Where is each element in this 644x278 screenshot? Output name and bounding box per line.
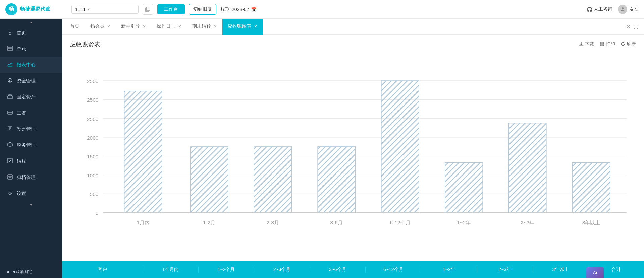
- table-header: 客户 1个月内 1~2个月 2~3个月 3~6个月 6~12个月 1~2年 2~…: [62, 261, 644, 278]
- tab-close-icon[interactable]: ✕: [143, 24, 146, 29]
- sidebar-item-label: 总账: [17, 46, 26, 52]
- tab-oplog[interactable]: 操作日志 ✕: [151, 19, 187, 35]
- settings-icon: ⚙: [7, 190, 13, 197]
- tax-icon: [7, 142, 13, 149]
- sidebar-item-assets[interactable]: 固定资产: [0, 89, 62, 105]
- sidebar-item-label: 税务管理: [17, 142, 36, 148]
- tab-guide[interactable]: 新手引导 ✕: [116, 19, 151, 35]
- svg-text:1月内: 1月内: [137, 220, 150, 225]
- funds-icon: $: [7, 78, 13, 84]
- tab-label: 新手引导: [121, 23, 140, 29]
- page-actions: 下载 打印 刷新: [579, 41, 636, 47]
- print-button[interactable]: 打印: [600, 41, 615, 47]
- logo-area: 畅 畅捷通易代账: [5, 3, 67, 15]
- svg-point-2: [622, 7, 624, 9]
- download-label: 下载: [585, 41, 594, 47]
- print-icon: [600, 42, 604, 47]
- tab-label: 操作日志: [157, 23, 175, 29]
- archive-icon: [7, 174, 13, 181]
- svg-rect-43: [190, 147, 228, 213]
- sidebar-item-label: 设置: [17, 191, 26, 197]
- calendar-icon[interactable]: 📅: [251, 7, 257, 12]
- workbench-button[interactable]: 工作台: [157, 4, 185, 14]
- svg-text:2~3年: 2~3年: [521, 220, 534, 225]
- svg-rect-47: [445, 163, 483, 213]
- ai-badge[interactable]: Ai: [586, 267, 604, 278]
- consult-label: 人工咨询: [594, 6, 612, 12]
- sidebar-item-label: 工资: [17, 110, 26, 116]
- close-all-icon[interactable]: ✕: [626, 23, 631, 30]
- download-button[interactable]: 下载: [579, 41, 594, 47]
- tab-member[interactable]: 畅会员 ✕: [85, 19, 116, 35]
- invoice-icon: [7, 126, 13, 133]
- sidebar-item-tax[interactable]: 税务管理: [0, 137, 62, 153]
- period-area: 账期 2023-02 📅: [220, 6, 257, 12]
- consult-button[interactable]: 🎧 人工咨询: [587, 6, 612, 12]
- table-col-1-2m: 1~2个月: [199, 267, 254, 273]
- sidebar-item-checkout[interactable]: 结账: [0, 153, 62, 169]
- tab-home[interactable]: 首页: [65, 19, 85, 35]
- refresh-icon: [621, 42, 625, 47]
- tab-aging[interactable]: 应收账龄表 ✕: [222, 19, 263, 35]
- pin-icon: ◄: [5, 269, 10, 274]
- sidebar-item-label: 固定资产: [17, 94, 36, 100]
- table-col-3y-plus: 3年以上: [533, 267, 589, 273]
- sidebar-item-label: 归档管理: [17, 175, 36, 181]
- tab-label: 应收账龄表: [228, 23, 251, 29]
- sidebar-item-settings[interactable]: ⚙ 设置: [0, 186, 62, 201]
- svg-rect-19: [8, 175, 12, 176]
- sidebar-item-label: 资金管理: [17, 78, 36, 84]
- company-name: 1111: [75, 7, 86, 12]
- old-version-button[interactable]: 切到旧版: [189, 4, 216, 15]
- svg-rect-48: [508, 123, 546, 213]
- header-right: 🎧 人工咨询 友友: [587, 5, 639, 14]
- tab-close-icon[interactable]: ✕: [214, 24, 217, 29]
- sidebar-scroll-up[interactable]: ▲: [0, 19, 62, 25]
- svg-rect-1: [147, 7, 150, 11]
- avatar: [618, 5, 627, 14]
- expand-icon[interactable]: ⛶: [633, 24, 639, 30]
- sidebar-item-salary[interactable]: 工资: [0, 105, 62, 121]
- logo-text: 畅捷通易代账: [20, 6, 50, 12]
- table-col-2-3y: 2~3年: [477, 267, 533, 273]
- tab-close-icon[interactable]: ✕: [254, 24, 257, 29]
- svg-rect-10: [8, 96, 12, 99]
- svg-rect-11: [8, 111, 12, 114]
- svg-marker-17: [8, 142, 12, 147]
- sidebar-item-label: 首页: [17, 30, 26, 36]
- user-area[interactable]: 友友: [618, 5, 639, 14]
- sidebar-item-funds[interactable]: $ 资金管理: [0, 73, 62, 89]
- content-area: 首页 畅会员 ✕ 新手引导 ✕ 操作日志 ✕ 期末结转 ✕ 应收账龄表 ✕: [62, 19, 644, 278]
- sidebar-scroll-down[interactable]: ▼: [0, 201, 62, 208]
- svg-text:2500: 2500: [87, 97, 98, 103]
- company-selector[interactable]: 1111 ▾: [71, 5, 139, 14]
- svg-text:3年以上: 3年以上: [582, 220, 600, 225]
- logo-icon: 畅: [5, 3, 17, 15]
- period-value: 2023-02: [232, 7, 249, 12]
- home-icon: ⌂: [7, 30, 13, 36]
- top-header: 畅 畅捷通易代账 1111 ▾ 工作台 切到旧版 账期 2023-02 📅 🎧 …: [0, 0, 644, 19]
- cancel-fixed-button[interactable]: ◄ ◄取消固定: [0, 266, 62, 278]
- svg-text:2000: 2000: [87, 135, 98, 141]
- tab-bar: 首页 畅会员 ✕ 新手引导 ✕ 操作日志 ✕ 期末结转 ✕ 应收账龄表 ✕: [62, 19, 644, 35]
- svg-rect-44: [254, 147, 291, 213]
- sidebar-item-archive[interactable]: 归档管理: [0, 169, 62, 186]
- download-icon: [579, 42, 584, 47]
- svg-text:2500: 2500: [87, 116, 98, 122]
- cancel-fixed-label: ◄取消固定: [12, 269, 32, 275]
- table-col-customer: 客户: [62, 267, 143, 273]
- page-content: 应收账龄表 下载 打印: [62, 35, 644, 278]
- chevron-down-icon: ▾: [88, 7, 90, 12]
- sidebar-item-invoice[interactable]: 发票管理: [0, 121, 62, 137]
- refresh-button[interactable]: 刷新: [621, 41, 636, 47]
- sidebar-item-ledger[interactable]: 总账: [0, 41, 62, 57]
- copy-button[interactable]: [143, 4, 153, 15]
- tab-close-icon[interactable]: ✕: [178, 24, 181, 29]
- bar-chart: 0 500 1000 1500 2000 2500 2500 2500: [70, 56, 636, 256]
- tab-period-end[interactable]: 期末结转 ✕: [187, 19, 222, 35]
- svg-text:500: 500: [90, 191, 99, 197]
- sidebar-item-home[interactable]: ⌂ 首页: [0, 25, 62, 41]
- sidebar-item-reports[interactable]: 报表中心: [0, 57, 62, 73]
- tab-close-icon[interactable]: ✕: [107, 24, 110, 29]
- ledger-icon: [7, 46, 13, 52]
